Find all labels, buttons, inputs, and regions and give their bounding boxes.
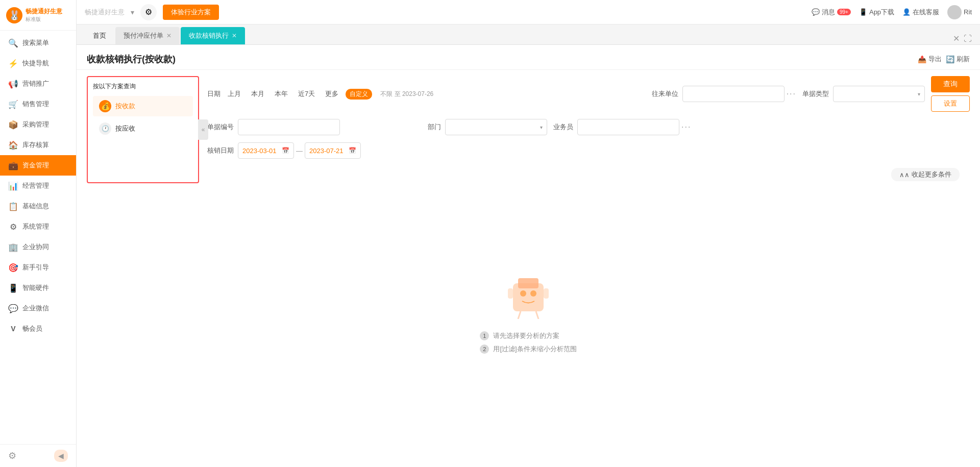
vip-icon: V xyxy=(8,324,18,334)
export-label: 导出 xyxy=(928,55,942,64)
gear-icon: ⚙ xyxy=(145,7,152,17)
counterpart-input[interactable] xyxy=(682,86,785,102)
page-title: 收款核销执行(按收款) xyxy=(87,53,176,65)
staff-dots[interactable]: ··· xyxy=(681,122,691,132)
tab-expand-icon[interactable]: ⛶ xyxy=(964,34,972,43)
refresh-button[interactable]: 🔄 刷新 xyxy=(946,55,970,64)
filter-row-1: 日期 上月 本月 本年 近7天 更多 自定义 不限 至 2023-0 xyxy=(207,76,970,112)
filter-action-buttons: 查询 设置 xyxy=(931,76,970,112)
logo-area: 🐰 畅捷通好生意 标准版 xyxy=(0,0,76,31)
sidebar-label-enterprise: 企业协同 xyxy=(22,242,49,252)
online-service-button[interactable]: 👤 在线客服 xyxy=(902,8,939,17)
sidebar-item-inventory[interactable]: 🏠 库存核算 xyxy=(0,135,76,155)
svg-rect-4 xyxy=(508,288,513,299)
tab-prepay-label: 预付冲应付单 xyxy=(124,31,163,40)
sidebar-label-guide: 新手引导 xyxy=(22,263,49,272)
page-header: 收款核销执行(按收款) 📤 导出 🔄 刷新 xyxy=(77,45,980,70)
sidebar-item-purchase[interactable]: 📦 采购管理 xyxy=(0,114,76,135)
tab-home[interactable]: 首页 xyxy=(85,27,114,44)
writeoff-start-date[interactable]: 2023-03-01 📅 xyxy=(238,142,294,159)
sidebar-item-quick[interactable]: ⚡ 快捷导航 xyxy=(0,53,76,73)
sidebar-collapse-button[interactable]: « xyxy=(198,119,208,140)
writeoff-date-label: 核销日期 xyxy=(207,146,234,155)
empty-state: 1 请先选择要分析的方案 2 用[过滤]条件来缩小分析范围 xyxy=(77,189,980,467)
sidebar-item-guide[interactable]: 🎯 新手引导 xyxy=(0,257,76,278)
writeoff-date-field: 核销日期 2023-03-01 📅 — 2023-07-21 📅 xyxy=(207,142,361,159)
tab-prepay[interactable]: 预付冲应付单 ✕ xyxy=(115,27,180,44)
message-badge: 99+ xyxy=(837,9,851,15)
doc-type-field: 单据类型 ▾ xyxy=(802,86,925,102)
date-this-month[interactable]: 本月 xyxy=(248,88,267,100)
hardware-icon: 📱 xyxy=(8,283,18,293)
page-actions: 📤 导出 🔄 刷新 xyxy=(918,55,970,64)
logo-icon: 🐰 xyxy=(6,7,22,23)
calendar-end-icon: 📅 xyxy=(349,147,356,154)
date-custom[interactable]: 自定义 xyxy=(346,89,372,100)
gear-button[interactable]: ⚙ xyxy=(140,4,157,20)
receivable-option-icon: 🕐 xyxy=(99,122,111,135)
sidebar-item-finance[interactable]: 💼 资金管理 xyxy=(0,155,76,176)
tab-receipt-close[interactable]: ✕ xyxy=(232,32,237,39)
writeoff-end-date[interactable]: 2023-07-21 📅 xyxy=(305,142,361,159)
page-content: 收款核销执行(按收款) 📤 导出 🔄 刷新 按以下方案查询 xyxy=(77,45,980,467)
sidebar-label-sales: 销售管理 xyxy=(22,100,49,109)
filter-option-receivable[interactable]: 🕐 按应收 xyxy=(93,118,193,139)
sidebar-item-marketing[interactable]: 📢 营销推广 xyxy=(0,73,76,94)
collapse-icon: « xyxy=(202,126,205,133)
finance-icon: 💼 xyxy=(8,160,18,170)
tab-receipt[interactable]: 收款核销执行 ✕ xyxy=(181,27,245,44)
topbar-dropdown[interactable]: ▾ xyxy=(131,8,134,16)
sidebar-label-quick: 快捷导航 xyxy=(22,59,49,68)
sidebar-item-wechat[interactable]: 💬 企业微信 xyxy=(0,298,76,318)
date-this-year[interactable]: 本年 xyxy=(272,88,291,100)
sidebar-bottom: ⚙ ◀ xyxy=(0,444,76,467)
app-icon: 📱 xyxy=(859,8,867,16)
doc-no-input[interactable] xyxy=(238,119,340,135)
dropdown-arrow-icon: ▾ xyxy=(131,8,134,16)
svg-point-2 xyxy=(520,290,526,297)
query-button[interactable]: 查询 xyxy=(931,76,970,92)
sidebar-item-hardware[interactable]: 📱 智能硬件 xyxy=(0,278,76,298)
sidebar-label-purchase: 采购管理 xyxy=(22,120,49,129)
tab-close-all-icon[interactable]: ✕ xyxy=(953,34,960,43)
dept-field: 部门 ▾ xyxy=(428,119,547,135)
message-button[interactable]: 💬 消息 99+ xyxy=(812,8,851,17)
collapse-more-button[interactable]: ∧∧ 收起更多条件 xyxy=(891,168,960,181)
message-icon: 💬 xyxy=(812,8,820,16)
sidebar-item-sales[interactable]: 🛒 销售管理 xyxy=(0,94,76,114)
settings-button[interactable]: 设置 xyxy=(931,95,970,112)
dept-select[interactable]: ▾ xyxy=(445,119,547,135)
calendar-start-icon: 📅 xyxy=(282,147,289,154)
receivable-option-label: 按应收 xyxy=(115,124,135,133)
sidebar-item-system[interactable]: ⚙ 系统管理 xyxy=(0,216,76,237)
sidebar-item-base[interactable]: 📋 基础信息 xyxy=(0,196,76,216)
sidebar: 🐰 畅捷通好生意 标准版 🔍 搜索菜单 ⚡ 快捷导航 📢 营销推广 🛒 销售管理… xyxy=(0,0,77,467)
doc-no-field: 单据编号 xyxy=(207,119,340,135)
date-more[interactable]: 更多 xyxy=(322,88,341,100)
sidebar-item-search[interactable]: 🔍 搜索菜单 xyxy=(0,33,76,53)
sidebar-item-vip[interactable]: V 畅会员 xyxy=(0,318,76,339)
user-profile[interactable]: Rit xyxy=(947,5,972,19)
filter-option-receipt[interactable]: 💰 按收款 xyxy=(93,96,193,116)
sidebar-label-hardware: 智能硬件 xyxy=(22,283,49,292)
tab-prepay-close[interactable]: ✕ xyxy=(166,32,172,39)
export-button[interactable]: 📤 导出 xyxy=(918,55,942,64)
enterprise-icon: 🏢 xyxy=(8,242,18,252)
staff-input[interactable] xyxy=(577,119,679,135)
sidebar-settings-icon[interactable]: ⚙ xyxy=(8,450,16,461)
sidebar-item-enterprise[interactable]: 🏢 企业协同 xyxy=(0,237,76,257)
empty-tips: 1 请先选择要分析的方案 2 用[过滤]条件来缩小分析范围 xyxy=(480,331,576,358)
date-last-month[interactable]: 上月 xyxy=(225,88,244,100)
sidebar-label-system: 系统管理 xyxy=(22,222,49,231)
purchase-icon: 📦 xyxy=(8,119,18,130)
date-range: 2023-03-01 📅 — 2023-07-21 📅 xyxy=(238,142,361,159)
empty-tip-1: 1 请先选择要分析的方案 xyxy=(480,331,576,340)
sidebar-item-operations[interactable]: 📊 经营管理 xyxy=(0,176,76,196)
sidebar-collapse-icon[interactable]: ◀ xyxy=(54,450,68,462)
industry-solution-button[interactable]: 体验行业方案 xyxy=(163,5,219,20)
receipt-option-icon: 💰 xyxy=(99,100,111,112)
date-7days[interactable]: 近7天 xyxy=(295,88,318,100)
app-download-button[interactable]: 📱 App下载 xyxy=(859,8,894,17)
counterpart-dots[interactable]: ··· xyxy=(787,89,796,99)
doc-type-select[interactable]: ▾ xyxy=(833,86,925,102)
